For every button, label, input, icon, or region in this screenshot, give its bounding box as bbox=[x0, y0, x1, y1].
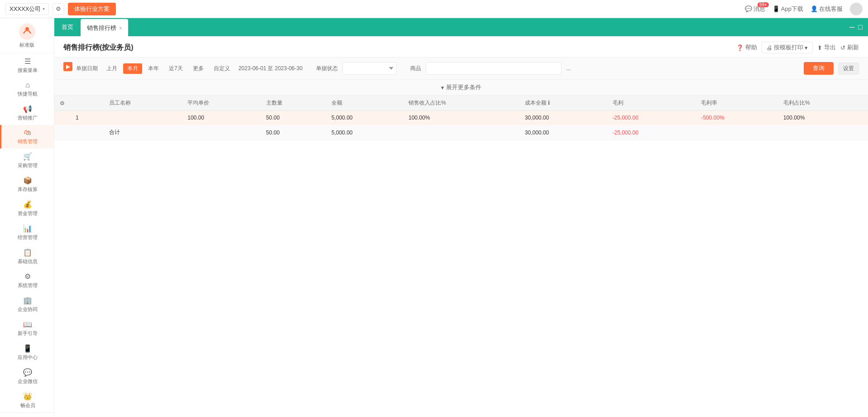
page-title: 销售排行榜(按业务员) bbox=[63, 43, 134, 53]
page-header: 销售排行榜(按业务员) ❓ 帮助 🖨 按模板打印 ▾ ⬆ 导出 bbox=[54, 36, 868, 58]
date-range-display: 2023-06-01 至 2023-06-30 bbox=[239, 65, 302, 72]
sidebar-item-quick-nav[interactable]: ⌂ 快捷导航 bbox=[0, 77, 54, 101]
sidebar-item-label: 库存核算 bbox=[18, 186, 38, 193]
marketing-icon: 📢 bbox=[23, 105, 32, 113]
footer-amount: 5,000.00 bbox=[326, 125, 403, 140]
help-button[interactable]: ❓ 帮助 bbox=[736, 43, 757, 52]
industry-button[interactable]: 体验行业方案 bbox=[68, 3, 116, 15]
cell-rank: 1 bbox=[70, 111, 104, 125]
prev-month-btn[interactable]: 上月 bbox=[102, 63, 121, 74]
message-button[interactable]: 💬 消息 99+ bbox=[745, 5, 765, 13]
sidebar-item-label: 系统管理 bbox=[18, 282, 38, 289]
page-actions: ❓ 帮助 🖨 按模板打印 ▾ ⬆ 导出 ↺ 刷新 bbox=[736, 42, 859, 53]
sidebar-item-label: 企业协同 bbox=[18, 306, 38, 313]
sidebar-item-marketing[interactable]: 📢 营销推广 bbox=[0, 101, 54, 125]
sidebar-item-search[interactable]: ☰ 搜索菜单 bbox=[0, 53, 54, 77]
sidebar-item-label: 新手引导 bbox=[18, 330, 38, 337]
last-7-days-btn[interactable]: 近7天 bbox=[165, 63, 187, 74]
expand-more-label: 展开更多条件 bbox=[446, 83, 481, 91]
sidebar-item-label: 企业微信 bbox=[18, 378, 38, 385]
sidebar-item-member[interactable]: 👑 畅会员 bbox=[0, 388, 54, 412]
tab-close-icon[interactable]: × bbox=[119, 25, 122, 31]
filter-expand-button[interactable]: ▶ bbox=[63, 62, 72, 71]
cell-gross-rate: -500.00% bbox=[695, 111, 777, 125]
date-filter-options: 上月 本月 本年 近7天 更多 自定义 bbox=[102, 63, 234, 74]
query-button[interactable]: 查询 bbox=[804, 62, 834, 75]
refresh-label: 刷新 bbox=[847, 43, 859, 52]
operation-icon: 📊 bbox=[23, 224, 32, 233]
app-download-button[interactable]: 📱 App下载 bbox=[772, 5, 803, 13]
sidebar-item-label: 销售管理 bbox=[18, 138, 38, 145]
cell-employee bbox=[104, 111, 182, 125]
search-menu-icon: ☰ bbox=[24, 57, 31, 66]
sidebar: 标准版 ☰ 搜索菜单 ⌂ 快捷导航 📢 营销推广 🛍 销售管理 🛒 采购管理 📦… bbox=[0, 18, 54, 417]
template-print-button[interactable]: 🖨 按模板打印 ▾ bbox=[762, 42, 813, 53]
message-icon: 💬 bbox=[745, 5, 752, 12]
footer-gross-rate bbox=[695, 125, 777, 140]
col-sales-pct: 销售收入占比% bbox=[403, 96, 519, 111]
setting-button[interactable]: 设置 bbox=[838, 62, 859, 75]
logo-text: 标准版 bbox=[19, 42, 34, 48]
service-label: 在线客服 bbox=[819, 5, 843, 13]
sidebar-item-label: 基础信息 bbox=[18, 258, 38, 265]
footer-rank bbox=[70, 125, 104, 140]
sidebar-item-app-center[interactable]: 📱 应用中心 bbox=[0, 340, 54, 364]
home-icon: ⌂ bbox=[25, 81, 30, 89]
expand-more-button[interactable]: ▾ 展开更多条件 bbox=[441, 83, 481, 91]
col-gross-profit: 毛利 bbox=[607, 96, 696, 111]
current-year-btn[interactable]: 本年 bbox=[144, 63, 163, 74]
sidebar-item-guide[interactable]: 📖 新手引导 bbox=[0, 316, 54, 340]
tab-sales-ranking[interactable]: 销售排行榜 × bbox=[81, 19, 128, 37]
app-label: App下载 bbox=[781, 5, 803, 13]
sidebar-item-inventory[interactable]: 📦 库存核算 bbox=[0, 173, 54, 197]
member-icon: 👑 bbox=[23, 392, 32, 401]
app-center-icon: 📱 bbox=[23, 344, 32, 353]
footer-cost-amount: 30,000.00 bbox=[519, 125, 607, 140]
export-label: 导出 bbox=[824, 43, 836, 52]
col-rank bbox=[70, 96, 104, 111]
col-main-qty: 主数量 bbox=[261, 96, 326, 111]
sidebar-item-purchase[interactable]: 🛒 采购管理 bbox=[0, 149, 54, 173]
tab-minimize-icon[interactable]: ─ bbox=[849, 23, 854, 31]
sidebar-item-label: 资金管理 bbox=[18, 210, 38, 217]
custom-date-btn[interactable]: 自定义 bbox=[210, 63, 234, 74]
sidebar-item-system[interactable]: ⚙ 系统管理 bbox=[0, 268, 54, 292]
refresh-button[interactable]: ↺ 刷新 bbox=[840, 43, 859, 52]
tab-home[interactable]: 首页 bbox=[54, 18, 81, 36]
sidebar-item-enterprise[interactable]: 🏢 企业协同 bbox=[0, 292, 54, 316]
footer-gross-profit: -25,000.00 bbox=[607, 125, 696, 140]
print-icon: 🖨 bbox=[767, 44, 772, 51]
sidebar-item-operation[interactable]: 📊 经营管理 bbox=[0, 220, 54, 244]
status-select[interactable] bbox=[342, 62, 397, 75]
chevron-down-icon: ▾ bbox=[441, 84, 444, 91]
online-service-button[interactable]: 👤 在线客服 bbox=[810, 5, 843, 13]
purchase-icon: 🛒 bbox=[23, 152, 32, 161]
more-filters-btn[interactable]: ... bbox=[566, 65, 571, 72]
col-settings[interactable]: ⚙ bbox=[54, 96, 70, 111]
export-button[interactable]: ⬆ 导出 bbox=[817, 43, 836, 52]
sidebar-item-basic-info[interactable]: 📋 基础信息 bbox=[0, 244, 54, 268]
sidebar-item-label: 快捷导航 bbox=[18, 91, 38, 97]
avatar[interactable] bbox=[850, 3, 863, 15]
sidebar-item-wechat[interactable]: 💬 企业微信 bbox=[0, 364, 54, 388]
tab-label: 销售排行榜 bbox=[87, 24, 116, 32]
goods-input[interactable] bbox=[426, 62, 561, 75]
sidebar-item-label: 应用中心 bbox=[18, 354, 38, 361]
settings-gear-button[interactable]: ⚙ bbox=[53, 3, 64, 15]
table-footer-row: 合计 50.00 5,000.00 30,000.00 -25,000.00 bbox=[54, 125, 868, 140]
sidebar-item-sales[interactable]: 🛍 销售管理 bbox=[0, 125, 54, 149]
company-selector[interactable]: XXXXX公司 ▾ bbox=[5, 3, 49, 15]
footer-settings bbox=[54, 125, 70, 140]
cell-settings bbox=[54, 111, 70, 125]
more-date-btn[interactable]: 更多 bbox=[189, 63, 208, 74]
cell-sales-pct: 100.00% bbox=[403, 111, 519, 125]
sidebar-item-capital[interactable]: 💰 资金管理 bbox=[0, 197, 54, 220]
sales-icon: 🛍 bbox=[24, 129, 31, 137]
col-avg-price: 平均单价 bbox=[182, 96, 260, 111]
footer-avg-price bbox=[182, 125, 260, 140]
tab-maximize-icon[interactable]: □ bbox=[858, 23, 863, 31]
col-gross-rate: 毛利率 bbox=[695, 96, 777, 111]
current-month-btn[interactable]: 本月 bbox=[123, 63, 142, 74]
sidebar-item-label: 采购管理 bbox=[18, 162, 38, 169]
top-right-area: 💬 消息 99+ 📱 App下载 👤 在线客服 bbox=[745, 3, 863, 15]
